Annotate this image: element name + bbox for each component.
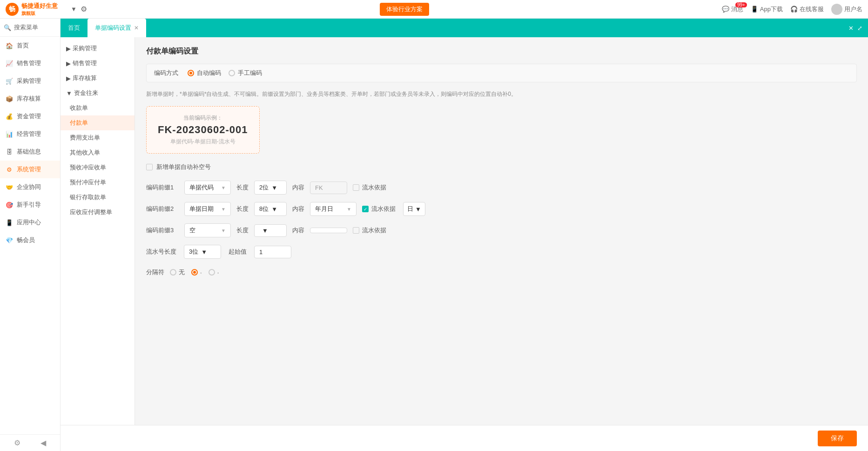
sep-option-none[interactable]: 无 — [170, 268, 185, 276]
sidebar-item-basic[interactable]: 🗄 基础信息 — [0, 143, 60, 161]
length3-caret: ▼ — [262, 227, 268, 234]
start-value-input[interactable]: 1 — [254, 246, 291, 258]
sep-option-dash[interactable]: · — [191, 269, 202, 276]
sidebar-item-system[interactable]: ⚙ 系统管理 — [0, 161, 60, 178]
tab-bar-actions: ✕ ⤢ — [848, 25, 868, 32]
auto-fill-checkbox[interactable] — [146, 164, 153, 170]
manual-encode-radio[interactable]: 手工编码 — [229, 69, 262, 77]
nav-leaf-expense[interactable]: 费用支出单 — [61, 130, 135, 145]
stream1-cb — [353, 184, 359, 191]
sep-dash-dot — [191, 269, 198, 276]
search-menu[interactable]: 🔍 搜索菜单 — [0, 19, 60, 37]
nav-leaf-receipt[interactable]: 收款单 — [61, 101, 135, 115]
nav-group-inventory[interactable]: ▶ 库存核算 — [61, 71, 135, 86]
info-text: 新增单据时，*单据编码*自动生成、不可编辑。前缀设置为部门、业务员等档案类、开单… — [146, 90, 857, 99]
sidebar-item-member[interactable]: 💎 畅会员 — [0, 231, 60, 249]
serial-length-select[interactable]: 3位 ▼ — [184, 245, 221, 259]
sidebar-item-home[interactable]: 🏠 首页 — [0, 37, 60, 54]
sidebar-item-enterprise[interactable]: 🤝 企业协同 — [0, 178, 60, 196]
online-service-button[interactable]: 🎧 在线客服 — [790, 5, 824, 13]
save-button[interactable]: 保存 — [818, 431, 857, 446]
length1-select[interactable]: 2位 ▼ — [254, 181, 287, 195]
code-preview-box: 当前编码示例： FK-20230602-001 单据代码-单据日期-流水号 — [146, 106, 260, 154]
sidebar-item-guide[interactable]: 🎯 新手引导 — [0, 196, 60, 214]
nav-leaf-ap-adjust[interactable]: 应收应付调整单 — [61, 205, 135, 220]
prefix1-label: 编码前缀1 — [146, 183, 179, 192]
purchase-icon: 🛒 — [6, 77, 13, 85]
separator-options: 无 · · — [170, 268, 219, 276]
nav-leaf-prepay-payable[interactable]: 预付冲应付单 — [61, 175, 135, 190]
sidebar-item-purchase[interactable]: 🛒 采购管理 — [0, 72, 60, 90]
stream1-checkbox[interactable]: 流水依据 — [353, 183, 386, 192]
encoding-method-label: 编码方式 — [154, 69, 178, 77]
tab-encoding[interactable]: 单据编码设置 ✕ — [87, 19, 146, 37]
nav-group-fund[interactable]: ▼ 资金往来 — [61, 86, 135, 101]
nav-group-purchase[interactable]: ▶ 采购管理 — [61, 41, 135, 56]
tab-bar: 首页 单据编码设置 ✕ ✕ ⤢ — [61, 19, 868, 37]
sep-none-dot — [170, 269, 176, 276]
nav-leaf-other-income[interactable]: 其他收入单 — [61, 145, 135, 160]
finance-icon: 💰 — [6, 113, 13, 120]
nav-arrow-sales: ▶ — [66, 60, 71, 67]
content2-label: 内容 — [292, 205, 304, 213]
start-label: 起始值 — [229, 248, 247, 256]
prefix3-caret: ▼ — [221, 228, 226, 233]
content1-input: FK — [310, 182, 347, 194]
tab-close-window[interactable]: ✕ — [848, 25, 854, 32]
nav-arrow-purchase: ▶ — [66, 45, 71, 52]
logo: 畅 畅捷通好生意 旗舰版 — [6, 2, 58, 17]
tab-close-encoding[interactable]: ✕ — [134, 25, 139, 31]
length2-select[interactable]: 8位 ▼ — [254, 202, 287, 216]
content1-label: 内容 — [292, 183, 304, 192]
sep-dot-dot — [209, 269, 215, 276]
prefix1-select[interactable]: 单据代码 ▼ — [184, 181, 231, 195]
sidebar-settings-icon[interactable]: ⚙ — [14, 438, 20, 447]
prefix-row-3: 编码前缀3 空 ▼ 长度 ▼ 内容 — [146, 223, 857, 237]
sidebar-collapse-icon[interactable]: ◀ — [40, 438, 46, 447]
top-bar-dropdown[interactable]: ▼ — [71, 6, 77, 13]
sidebar-item-apps[interactable]: 📱 应用中心 — [0, 214, 60, 231]
message-button[interactable]: 💬 消息 99+ — [722, 5, 743, 13]
length3-select[interactable]: ▼ — [254, 224, 287, 237]
content3-label: 内容 — [292, 226, 304, 235]
sep-option-dot[interactable]: · — [209, 269, 219, 276]
nav-arrow-inventory: ▶ — [66, 75, 71, 82]
tab-home[interactable]: 首页 — [61, 19, 87, 37]
experience-button[interactable]: 体验行业方案 — [380, 3, 429, 16]
sidebar-item-inventory[interactable]: 📦 库存核算 — [0, 90, 60, 108]
nav-leaf-prepay-receivable[interactable]: 预收冲应收单 — [61, 160, 135, 175]
prefix-row-2: 编码前缀2 单据日期 ▼ 长度 8位 ▼ 内容 年月日 ▼ — [146, 202, 857, 216]
prefix3-select[interactable]: 空 ▼ — [184, 223, 231, 237]
nav-group-sales[interactable]: ▶ 销售管理 — [61, 56, 135, 71]
top-bar-right: 💬 消息 99+ 📱 App下载 🎧 在线客服 用户名 — [722, 4, 862, 15]
content3-input[interactable] — [310, 228, 347, 233]
length2-label: 长度 — [236, 205, 249, 213]
sidebar-item-operation[interactable]: 📊 经营管理 — [0, 125, 60, 143]
prefix2-caret: ▼ — [221, 207, 226, 212]
sidebar-item-finance[interactable]: 💰 资金管理 — [0, 108, 60, 125]
member-icon: 💎 — [6, 236, 13, 244]
serial-row: 流水号长度 3位 ▼ 起始值 1 — [146, 245, 857, 259]
day-select[interactable]: 日 ▼ — [403, 202, 425, 216]
top-bar-center: 体验行业方案 — [380, 3, 429, 16]
auto-encode-radio[interactable]: 自动编码 — [188, 69, 221, 77]
tab-expand-icon[interactable]: ⤢ — [857, 25, 862, 32]
nav-leaf-payment[interactable]: 付款单 — [61, 115, 135, 130]
app-download-button[interactable]: 📱 App下载 — [751, 5, 783, 13]
auto-encode-radio-dot — [188, 70, 194, 76]
stream2-checkbox[interactable]: ✓ 流水依据 — [362, 205, 396, 213]
stream3-checkbox[interactable]: 流水依据 — [353, 226, 386, 235]
user-avatar[interactable]: 用户名 — [831, 4, 862, 15]
sidebar-item-sales[interactable]: 📈 销售管理 — [0, 54, 60, 72]
prefix-row-1: 编码前缀1 单据代码 ▼ 长度 2位 ▼ 内容 FK — [146, 181, 857, 195]
stream2-cb: ✓ — [362, 206, 369, 212]
gear-icon[interactable]: ⚙ — [81, 5, 87, 13]
serial-label: 流水号长度 — [146, 248, 176, 256]
code-preview-value: FK-20230602-001 — [158, 124, 248, 136]
content2-select[interactable]: 年月日 ▼ — [310, 202, 357, 216]
left-nav: ▶ 采购管理 ▶ 销售管理 ▶ 库存核算 ▼ 资金往来 收款单 — [61, 37, 135, 425]
nav-leaf-bank-deposit[interactable]: 银行存取款单 — [61, 190, 135, 205]
prefix2-select[interactable]: 单据日期 ▼ — [184, 202, 231, 216]
system-icon: ⚙ — [6, 166, 13, 173]
bottom-bar: 保存 — [61, 425, 868, 451]
